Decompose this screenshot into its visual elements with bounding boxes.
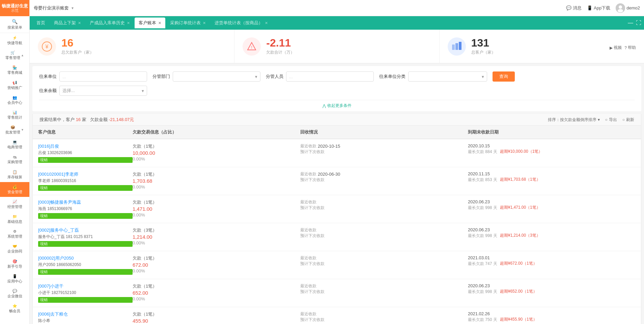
sidebar-item-newbie[interactable]: 🎯 新手引导 <box>0 257 29 271</box>
debt-amount-3: 1,214.00 <box>133 234 300 240</box>
message-btn[interactable]: 💬 消息 <box>566 5 582 11</box>
overdue-link-2[interactable]: 超期¥1,471.00（1笔） <box>500 205 540 210</box>
retail-store-icon: 🏪 <box>12 65 17 70</box>
customer-tag-5: 现销 <box>38 297 133 303</box>
tab-close-production-history[interactable]: ✕ <box>127 21 130 25</box>
customer-name-link-2[interactable]: [0003]畅捷服务尹海蕊 <box>38 199 133 205</box>
tab-close-product-off[interactable]: ✕ <box>78 21 81 25</box>
overdue-customers-info: 16 总欠款客户（家） <box>61 37 94 55</box>
svg-rect-9 <box>459 42 461 50</box>
recovery-cell-4: 最近收款 预计下次收款 <box>300 255 468 267</box>
view-video-btn[interactable]: ▶ 视频 <box>610 45 622 51</box>
overdue-days-5: 最长欠款 998 天 <box>468 289 497 295</box>
from-unit-input[interactable]: ... <box>59 71 147 82</box>
stat-card-overdue-amount: ! -2.11 欠款合计（万） <box>234 30 439 63</box>
message-icon: 💬 <box>566 5 571 10</box>
customer-name-link-0[interactable]: [0016]吕俊 <box>38 143 133 149</box>
sidebar-item-member[interactable]: 👥 会员中心 <box>0 93 29 108</box>
sidebar-item-finance[interactable]: 💰 资金管理 <box>0 182 29 197</box>
sidebar-item-purchase[interactable]: 🛍 采购管理 <box>0 152 29 167</box>
last-collect-date-1: 2020-06-30 <box>318 172 340 177</box>
tab-production-history[interactable]: 产成品入库单历史 ✕ <box>86 18 134 28</box>
sidebar-search-menu[interactable]: 🔍 搜索菜单 <box>0 16 29 33</box>
sidebar-item-batch-mgmt[interactable]: 📦 批发管理 ▼ <box>0 122 29 137</box>
sidebar-item-system[interactable]: ⚙ 系统管理 <box>0 227 29 241</box>
sidebar-item-app-center[interactable]: 📱 应用中心 <box>0 271 29 286</box>
table-row: [0007]小进干 小进干 18279152100 现销 欠款（1笔） 652.… <box>33 279 641 307</box>
customer-sub-1: 李老师 18600391516 <box>38 178 133 184</box>
query-button[interactable]: 查询 <box>493 71 515 82</box>
customer-name-link-4[interactable]: [000002]用户2050 <box>38 255 133 261</box>
table-row: [000002]用户2050 用户2050 18665062050 现销 欠款（… <box>33 251 641 279</box>
next-collect-4: 预计下次收款 <box>300 261 468 267</box>
export-icon: ○ <box>605 117 608 122</box>
sidebar-item-quick-nav[interactable]: ⚡ 快捷导航 <box>0 33 29 48</box>
overdue-link-1[interactable]: 超期¥1,703.68（1笔） <box>500 177 540 182</box>
overdue-info-5: 最长欠款 998 天 超期¥652.00（1笔） <box>468 288 636 295</box>
unit-category-select[interactable]: ▾ <box>408 71 487 82</box>
sidebar-item-inventory[interactable]: 📋 库存核算 <box>0 167 29 182</box>
tab-maximize-btn[interactable]: ⛶ <box>636 20 641 26</box>
sidebar-item-enterprise[interactable]: 🤝 企业协同 <box>0 241 29 256</box>
sidebar-item-retail-mgmt[interactable]: 🛒 零售管理 ▲ <box>0 48 29 63</box>
sidebar-item-marketing[interactable]: 📢 营销推广 <box>0 78 29 93</box>
last-collect-label-3: 最近收款 <box>300 227 316 233</box>
overdue-link-5[interactable]: 超期¥652.00（1笔） <box>500 289 537 294</box>
balance-label: 往来余额 <box>39 88 57 94</box>
svg-rect-8 <box>455 43 458 50</box>
refresh-btn[interactable]: ○ 刷新 <box>622 117 634 123</box>
total-customers-icon <box>448 37 466 56</box>
export-btn[interactable]: ○ 导出 <box>605 117 617 123</box>
ecommerce-icon: 💻 <box>12 140 17 144</box>
sidebar-item-basic-info[interactable]: 📁 基础信息 <box>0 212 29 227</box>
tab-purchase-order[interactable]: 采购订单统计表 ✕ <box>166 18 210 28</box>
tab-close-customer-account[interactable]: ✕ <box>158 21 161 25</box>
user-menu-btn[interactable]: demo2 <box>616 3 640 13</box>
tab-close-import-stats[interactable]: ✕ <box>265 21 268 25</box>
overdue-link-6[interactable]: 超期¥455.90（1笔） <box>500 317 537 322</box>
tab-close-purchase-order[interactable]: ✕ <box>203 21 206 25</box>
sidebar-item-corp-wechat[interactable]: 💬 企业微信 <box>0 286 29 301</box>
overdue-link-4[interactable]: 超期¥672.00（1笔） <box>500 261 537 266</box>
tab-import-stats[interactable]: 进货单统计表（按商品） ✕ <box>211 18 272 28</box>
header-debt-info: 欠款交易信息（占比） <box>133 129 300 135</box>
debt-percent-3: 0.00% <box>133 240 300 245</box>
sidebar-item-retail-store[interactable]: 🏪 零售商城 <box>0 63 29 78</box>
tab-product-off[interactable]: 商品上下架 ✕ <box>50 18 85 28</box>
sidebar-item-retail-stats[interactable]: 📊 零售统计 <box>0 108 29 122</box>
company-dropdown-arrow[interactable]: ▾ <box>72 6 74 10</box>
collapse-btn[interactable]: ⋀ 收起更多条件 <box>323 103 352 109</box>
last-collect-label-6: 最近收款 <box>300 311 316 317</box>
dept-select[interactable]: ▾ <box>173 71 260 82</box>
tab-home[interactable]: 首页 <box>32 18 49 28</box>
balance-select[interactable]: 选择... ▾ <box>59 86 147 96</box>
customer-name-link-1[interactable]: [0001020001]李老师 <box>38 171 133 177</box>
sidebar-item-ecommerce[interactable]: 💻 电商管理 <box>0 137 29 152</box>
sidebar-item-member-vip[interactable]: ⭐ 畅会员 <box>0 301 29 316</box>
overdue-amount-info: -2.11 欠款合计（万） <box>266 37 295 55</box>
customer-name-link-6[interactable]: [0006]去下粮仓 <box>38 311 133 317</box>
customer-name-link-5[interactable]: [0007]小进干 <box>38 283 133 289</box>
app-download-btn[interactable]: 📱 App下载 <box>587 5 610 11</box>
due-date-5: 2020.06.23 <box>468 283 636 288</box>
header-customer-info: 客户信息 <box>38 129 133 135</box>
manager-input[interactable]: ... <box>286 71 374 82</box>
data-table: 客户信息 欠款交易信息（占比） 回收情况 到期未收款日期 [0016]吕俊 吕俊… <box>32 126 641 324</box>
overdue-link-0[interactable]: 超期¥10,000.00（1笔） <box>500 149 543 154</box>
total-customers-value: 131 <box>471 37 496 48</box>
last-collect-row-5: 最近收款 <box>300 283 468 289</box>
table-row: [0016]吕俊 吕俊 13026203696 现销 欠款（1笔） 10,000… <box>33 139 641 167</box>
recovery-cell-5: 最近收款 预计下次收款 <box>300 283 468 295</box>
customer-name-link-3[interactable]: [0002]服务中心_丁磊 <box>38 227 133 233</box>
unit-category-label: 往来单位分类 <box>379 73 405 80</box>
sidebar-item-operations[interactable]: 📈 经营管理 <box>0 197 29 212</box>
sort-select[interactable]: 排序：按欠款金额倒序排序 ▾ <box>548 117 600 123</box>
last-collect-row-3: 最近收款 <box>300 227 468 233</box>
recovery-cell-3: 最近收款 预计下次收款 <box>300 227 468 239</box>
overdue-link-3[interactable]: 超期¥1,214.00（3笔） <box>500 233 540 238</box>
refresh-icon: ○ <box>622 117 625 122</box>
debt-amount-6: 455.90 <box>133 318 300 324</box>
tab-customer-account[interactable]: 客户账本 ✕ <box>135 18 165 28</box>
tab-minimize-btn[interactable]: — <box>628 20 633 26</box>
help-btn[interactable]: ? 帮助 <box>624 45 636 51</box>
